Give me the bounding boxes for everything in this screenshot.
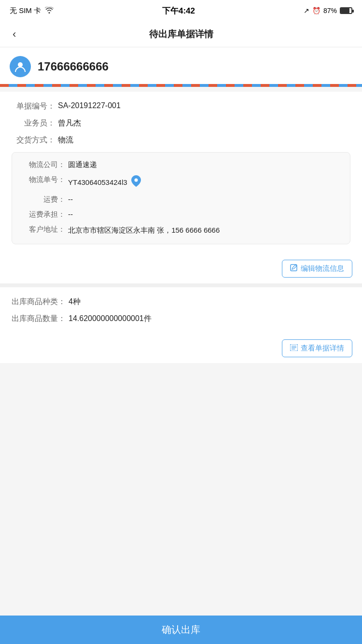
order-no-row: 单据编号： SA-20191227-001 (12, 101, 350, 112)
list-icon (290, 344, 298, 352)
goods-section: 出库商品种类： 4种 出库商品数量： 14.620000000000001件 (0, 287, 362, 334)
goods-quantity-label: 出库商品数量： (12, 314, 66, 324)
customer-address-row: 客户地址： 北京市市辖区海淀区永丰南 张，156 6666 6666 (22, 225, 340, 236)
battery-text: 87% (323, 7, 337, 14)
freight-value: -- (68, 195, 340, 203)
status-right: ↗ ⏰ 87% (304, 7, 352, 14)
view-detail-label: 查看单据详情 (301, 344, 344, 353)
map-pin-icon[interactable] (131, 175, 141, 189)
detail-btn-row: 查看单据详情 (0, 334, 362, 363)
page-title: 待出库单据详情 (149, 28, 213, 41)
location-status-icon: ↗ (304, 7, 309, 14)
logistics-tracking-row: 物流单号： YT43064053424l3 (22, 175, 340, 189)
svg-point-0 (18, 62, 23, 67)
delivery-method-value: 物流 (58, 135, 350, 145)
nav-bar: ‹ 待出库单据详情 (0, 21, 362, 47)
sales-person-value: 曾凡杰 (58, 118, 350, 128)
logistics-tracking-label: 物流单号： (22, 175, 65, 184)
freight-label: 运费： (22, 195, 65, 204)
delivery-method-label: 交货方式： (12, 135, 55, 145)
freight-bearer-row: 运费承担： -- (22, 210, 340, 219)
status-time: 下午4:42 (162, 5, 195, 16)
logistics-card: 物流公司： 圆通速递 物流单号： YT43064053424l3 运费： -- … (12, 152, 350, 244)
customer-address-value: 北京市市辖区海淀区永丰南 张，156 6666 6666 (68, 225, 340, 236)
customer-header: 17666666666 (0, 47, 362, 84)
edit-logistics-label: 编辑物流信息 (301, 264, 344, 273)
logistics-company-row: 物流公司： 圆通速递 (22, 160, 340, 169)
goods-types-label: 出库商品种类： (12, 297, 66, 307)
freight-bearer-label: 运费承担： (22, 210, 65, 219)
logistics-company-label: 物流公司： (22, 160, 65, 169)
logistics-tracking-value: YT43064053424l3 (68, 175, 340, 189)
goods-quantity-value: 14.620000000000001件 (69, 314, 350, 324)
edit-icon (290, 264, 298, 273)
goods-types-value: 4种 (69, 297, 350, 307)
sales-person-label: 业务员： (12, 118, 55, 128)
order-info-section: 单据编号： SA-20191227-001 业务员： 曾凡杰 交货方式： 物流 … (0, 92, 362, 254)
svg-point-1 (134, 179, 138, 182)
view-detail-button[interactable]: 查看单据详情 (282, 339, 352, 357)
order-no-value: SA-20191227-001 (58, 101, 350, 110)
freight-row: 运费： -- (22, 195, 340, 204)
back-button[interactable]: ‹ (8, 23, 21, 45)
freight-bearer-value: -- (68, 210, 340, 218)
wifi-icon (45, 7, 54, 15)
bottom-spacer (0, 363, 362, 460)
edit-logistics-button[interactable]: 编辑物流信息 (282, 260, 352, 278)
avatar (10, 56, 31, 77)
section-divider-1 (0, 283, 362, 287)
alarm-icon: ⏰ (312, 7, 320, 14)
confirm-button[interactable]: 确认出库 (0, 616, 362, 644)
goods-types-row: 出库商品种类： 4种 (12, 297, 350, 307)
order-no-label: 单据编号： (12, 101, 55, 112)
status-bar: 无 SIM 卡 下午4:42 ↗ ⏰ 87% (0, 0, 362, 21)
carrier-text: 无 SIM 卡 (10, 6, 41, 15)
logistics-company-value: 圆通速递 (68, 160, 340, 169)
confirm-btn-label: 确认出库 (162, 624, 200, 635)
battery-icon (340, 7, 352, 14)
sales-person-row: 业务员： 曾凡杰 (12, 118, 350, 128)
delivery-method-row: 交货方式： 物流 (12, 135, 350, 145)
status-left: 无 SIM 卡 (10, 6, 54, 15)
edit-btn-row: 编辑物流信息 (0, 254, 362, 283)
dashed-separator (0, 84, 362, 87)
goods-quantity-row: 出库商品数量： 14.620000000000001件 (12, 314, 350, 324)
customer-address-label: 客户地址： (22, 225, 65, 234)
customer-phone: 17666666666 (38, 60, 109, 73)
